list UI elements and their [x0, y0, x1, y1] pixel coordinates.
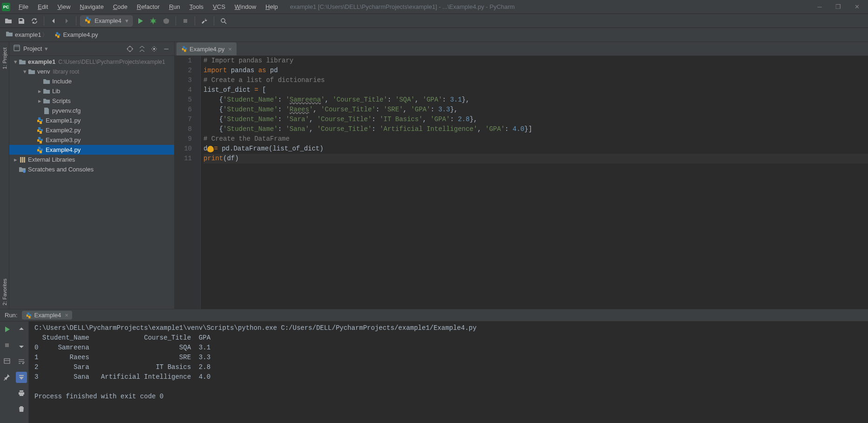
- tree-scratches-label: Scratches and Consoles: [28, 166, 94, 173]
- editor-tab-example4[interactable]: Example4.py ×: [176, 42, 237, 55]
- tree-item-pyvenv-cfg[interactable]: pyvenv.cfg: [9, 106, 174, 116]
- pycharm-app-icon: PC: [2, 3, 10, 11]
- svg-rect-8: [4, 359, 10, 363]
- menu-code[interactable]: Code: [108, 1, 132, 12]
- expand-arrow-icon[interactable]: ▸: [36, 88, 43, 95]
- tree-external-label: External Libraries: [28, 156, 75, 163]
- expand-arrow-icon[interactable]: ▸: [12, 156, 19, 163]
- open-file-icon[interactable]: [3, 15, 14, 27]
- menu-navigate[interactable]: Navigate: [75, 1, 108, 12]
- soft-wrap-icon[interactable]: [16, 356, 27, 367]
- tree-item-include[interactable]: Include: [9, 76, 174, 86]
- tree-file-example2-py[interactable]: Example2.py: [9, 125, 174, 135]
- nav-forward-icon[interactable]: [61, 15, 72, 27]
- menu-window[interactable]: Window: [230, 1, 261, 12]
- run-config-selector[interactable]: Example4 ▾: [80, 15, 133, 27]
- collapse-all-icon[interactable]: [138, 45, 146, 53]
- menu-refactor[interactable]: Refactor: [132, 1, 164, 12]
- tree-item-label: Example2.py: [46, 127, 81, 134]
- up-stack-icon[interactable]: [16, 324, 27, 335]
- tree-scratches[interactable]: Scratches and Consoles: [9, 164, 174, 174]
- svg-point-2: [221, 19, 225, 22]
- tree-file-example3-py[interactable]: Example3.py: [9, 135, 174, 145]
- run-config-label: Example4: [95, 17, 122, 24]
- run-tab-label: Example4: [34, 312, 61, 319]
- menu-vcs[interactable]: VCS: [208, 1, 230, 12]
- nav-back-icon[interactable]: [48, 15, 59, 27]
- tree-item-label: pyvenv.cfg: [52, 107, 81, 114]
- project-view-icon: [13, 44, 20, 53]
- run-button-icon[interactable]: [135, 15, 146, 27]
- window-close-icon[interactable]: ✕: [848, 0, 866, 14]
- coverage-icon[interactable]: [161, 15, 172, 27]
- run-second-toolbar: [14, 321, 29, 423]
- search-everywhere-icon[interactable]: [218, 15, 229, 27]
- menu-view[interactable]: View: [53, 1, 75, 12]
- breadcrumb-project-label: example1: [15, 31, 41, 38]
- rerun-icon[interactable]: [2, 324, 12, 334]
- tree-item-label: Example4.py: [46, 146, 81, 153]
- close-run-tab-icon[interactable]: ×: [65, 312, 68, 319]
- tree-item-scripts[interactable]: ▸Scripts: [9, 96, 174, 106]
- intention-bulb-icon[interactable]: [207, 146, 214, 152]
- scroll-to-end-icon[interactable]: [16, 372, 27, 383]
- stop-icon[interactable]: [2, 340, 12, 350]
- layout-icon[interactable]: [2, 356, 12, 366]
- tree-venv[interactable]: ▾ venv library root: [9, 67, 174, 76]
- python-file-icon: [181, 46, 188, 52]
- left-tool-strip: 1: Project 2: Favorites: [0, 42, 9, 309]
- breadcrumb-project[interactable]: example1 〉: [3, 29, 52, 40]
- expand-arrow-icon[interactable]: ▾: [12, 58, 19, 65]
- python-file-icon: [36, 127, 44, 134]
- debug-button-icon[interactable]: [148, 15, 159, 27]
- menu-file[interactable]: File: [14, 1, 33, 12]
- editor-body[interactable]: 1234567891011 # Import pandas libraryimp…: [175, 56, 868, 309]
- svg-point-0: [151, 19, 155, 23]
- code-content[interactable]: # Import pandas libraryimport pandas as …: [201, 56, 868, 309]
- menu-edit[interactable]: Edit: [33, 1, 53, 12]
- menu-help[interactable]: Help: [261, 1, 283, 12]
- folder-icon: [43, 97, 50, 105]
- run-tab[interactable]: Example4 ×: [22, 311, 72, 320]
- file-icon: [43, 107, 50, 115]
- save-all-icon[interactable]: [16, 15, 27, 27]
- expand-arrow-icon[interactable]: ▾: [21, 68, 28, 75]
- pin-icon[interactable]: [2, 372, 12, 382]
- tree-item-lib[interactable]: ▸Lib: [9, 86, 174, 96]
- menu-tools[interactable]: Tools: [185, 1, 208, 12]
- stop-button-icon[interactable]: [180, 15, 191, 27]
- expand-arrow-icon[interactable]: ▸: [36, 97, 43, 104]
- tree-root-project[interactable]: ▾ example1 C:\Users\DELL\PycharmProjects…: [9, 57, 174, 67]
- hide-panel-icon[interactable]: ─: [162, 45, 170, 53]
- tree-file-example4-py[interactable]: Example4.py: [9, 145, 174, 155]
- svg-point-6: [23, 170, 26, 173]
- close-tab-icon[interactable]: ×: [228, 46, 232, 53]
- tree-venv-hint: library root: [53, 68, 79, 75]
- window-minimize-icon[interactable]: ─: [810, 0, 829, 14]
- menu-run[interactable]: Run: [164, 1, 185, 12]
- settings-wrench-icon[interactable]: [199, 15, 210, 27]
- sidebar-tab-favorites[interactable]: 2: Favorites: [1, 275, 8, 309]
- console-output[interactable]: C:\Users\DELL\PycharmProjects\example1\v…: [29, 321, 868, 423]
- locate-icon[interactable]: [126, 45, 134, 53]
- python-file-icon: [54, 32, 61, 38]
- svg-rect-7: [5, 343, 9, 347]
- down-stack-icon[interactable]: [16, 340, 27, 351]
- tree-item-label: Include: [52, 78, 72, 85]
- window-restore-icon[interactable]: ❐: [829, 0, 848, 14]
- python-file-icon: [36, 146, 44, 154]
- folder-icon: [43, 88, 50, 95]
- sidebar-tab-project[interactable]: 1: Project: [1, 44, 8, 73]
- project-panel-title: Project: [23, 45, 42, 52]
- tree-external-libraries[interactable]: ▸ External Libraries: [9, 155, 174, 164]
- chevron-down-icon[interactable]: ▾: [45, 45, 48, 52]
- gear-icon[interactable]: [150, 45, 158, 53]
- print-icon[interactable]: [16, 388, 27, 399]
- breadcrumb-file[interactable]: Example4.py: [52, 30, 101, 39]
- trash-icon[interactable]: [16, 403, 27, 415]
- tree-file-example1-py[interactable]: Example1.py: [9, 116, 174, 125]
- folder-icon: [28, 68, 35, 75]
- tree-item-label: Example1.py: [46, 117, 81, 124]
- sync-icon[interactable]: [29, 15, 40, 27]
- project-tool-window: Project ▾ ─ ▾ example1 C:\Users\DE: [9, 42, 175, 309]
